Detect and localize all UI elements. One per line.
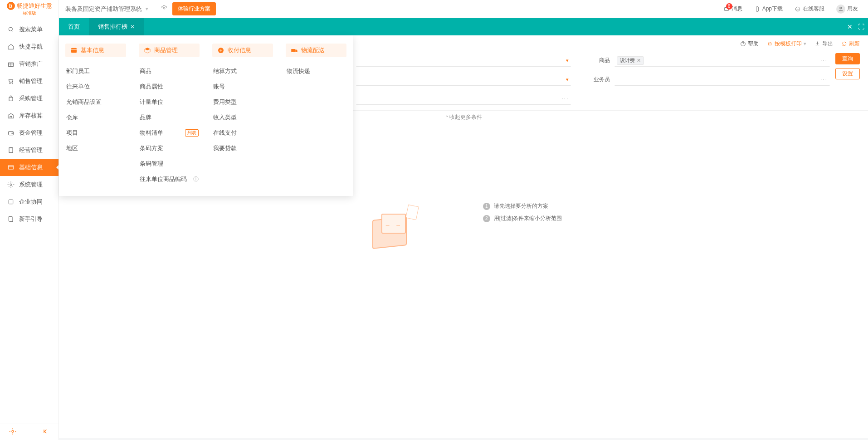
flyout-item-brand[interactable]: 品牌 (139, 110, 200, 125)
flyout-item-label: 我要贷款 (213, 144, 237, 152)
sidebar-item-label: 基础信息 (19, 163, 43, 171)
tab-home[interactable]: 首页 (59, 18, 89, 35)
flyout-item-label: 往来单位 (66, 83, 90, 91)
svg-point-14 (795, 7, 800, 11)
header-app-download[interactable]: App下载 (751, 5, 786, 13)
flyout-item-label: 费用类型 (213, 98, 237, 106)
filter-amount: 金额 ▾ (326, 53, 571, 68)
flyout-item-label: 商品属性 (140, 83, 163, 91)
flyout-item-barcode-plan[interactable]: 条码方案 (139, 141, 200, 156)
sidebar-item-marketing[interactable]: 营销推广 (0, 55, 59, 73)
flyout-item-onlinepay[interactable]: 在线支付 (212, 125, 273, 141)
close-icon[interactable]: ✕ (130, 24, 135, 30)
flyout-item-goods[interactable]: 商品 (139, 64, 200, 79)
system-select[interactable]: 装备及固定资产辅助管理系统 ▾ (65, 5, 156, 13)
flyout-item-dept[interactable]: 部门员工 (65, 64, 126, 79)
flyout-item-region[interactable]: 地区 (65, 141, 126, 156)
svg-point-2 (10, 83, 10, 84)
tab-label: 首页 (68, 23, 80, 31)
tag-remove-icon[interactable]: ✕ (637, 58, 641, 64)
flyout-item-barcode-mgmt[interactable]: 条码管理 (139, 156, 200, 171)
content: 帮助 按模板打印▾ 导出 刷新 金额 (59, 35, 868, 440)
sidebar-item-collab[interactable]: 企业协同 (0, 193, 59, 210)
settings-button[interactable]: 设置 (835, 68, 860, 79)
service-label: 在线客服 (803, 5, 824, 13)
sidebar-item-label: 新手引导 (19, 215, 43, 223)
tab-close-all-icon[interactable]: ✕ (847, 23, 853, 30)
sidebar-item-sales[interactable]: 销售管理 (0, 73, 59, 90)
gear-icon (7, 181, 15, 188)
sidebar-item-operation[interactable]: 经营管理 (0, 142, 59, 159)
flyout-heading-label: 收付信息 (228, 46, 251, 54)
print-link[interactable]: 按模板打印▾ (767, 40, 806, 48)
amount-select[interactable]: ▾ (356, 54, 571, 67)
flyout-item-bom[interactable]: 物料清单列表 (139, 125, 200, 141)
product-select[interactable]: 设计费✕ ··· (614, 54, 830, 67)
flyout-col-product: 商品管理 商品 商品属性 计量单位 品牌 物料清单列表 条码方案 条码管理 往来… (132, 44, 206, 187)
collapse-sidebar-icon[interactable] (42, 428, 49, 436)
flyout-item-settle[interactable]: 结算方式 (212, 64, 273, 79)
flyout-item-goodsattr[interactable]: 商品属性 (139, 79, 200, 94)
sidebar-item-inventory[interactable]: 库存核算 (0, 107, 59, 124)
help-link[interactable]: 帮助 (740, 40, 759, 48)
more-icon[interactable]: ··· (820, 57, 828, 64)
flyout-item-partner[interactable]: 往来单位 (65, 79, 126, 94)
salesman-select[interactable]: ··· (614, 73, 830, 86)
sidebar-item-label: 资金管理 (19, 129, 43, 137)
help-label: 帮助 (748, 40, 759, 48)
flyout-item-warehouse[interactable]: 仓库 (65, 110, 126, 125)
sidebar-item-basicinfo[interactable]: 基础信息 (0, 159, 59, 176)
sidebar-item-label: 系统管理 (19, 181, 43, 189)
sidebar-item-guide[interactable]: 新手引导 (0, 210, 59, 228)
flyout-item-label: 往来单位商品编码 (140, 175, 187, 183)
flyout-heading-label: 商品管理 (154, 46, 178, 54)
sidebar-item-quicknav[interactable]: 快捷导航 (0, 38, 59, 55)
flyout-item-expense[interactable]: 费用类型 (212, 94, 273, 110)
flyout-item-account[interactable]: 账号 (212, 79, 273, 94)
refresh-link[interactable]: 刷新 (841, 40, 860, 48)
tab-sales-rank[interactable]: 销售排行榜 ✕ (89, 18, 144, 35)
flyout-item-partner-code[interactable]: 往来单位商品编码ⓘ (139, 171, 200, 187)
flyout-item-express[interactable]: 物流快递 (286, 64, 346, 79)
export-link[interactable]: 导出 (814, 40, 833, 48)
query-button[interactable]: 查询 (835, 53, 860, 64)
experience-button[interactable]: 体验行业方案 (172, 2, 216, 15)
header-gear-icon[interactable] (161, 5, 168, 13)
svg-point-10 (12, 430, 14, 432)
home-icon (7, 43, 15, 50)
wallet-icon (7, 129, 15, 137)
settings-icon[interactable] (9, 428, 16, 436)
generic-select-2[interactable]: ··· (356, 92, 571, 105)
step-text: 用[过滤]条件来缩小分析范围 (494, 215, 562, 222)
flyout-heading-label: 基本信息 (81, 46, 104, 54)
header-messages[interactable]: 消息 6 (720, 5, 746, 13)
messages-label: 消息 (731, 5, 742, 13)
svg-point-11 (163, 7, 165, 9)
header-online-service[interactable]: 在线客服 (791, 5, 828, 13)
flyout-item-unit[interactable]: 计量单位 (139, 94, 200, 110)
flyout-item-label: 品牌 (140, 113, 151, 122)
empty-step-1: 1请先选择要分析的方案 (483, 202, 562, 210)
sidebar-item-system[interactable]: 系统管理 (0, 176, 59, 193)
sidebar-item-finance[interactable]: 资金管理 (0, 124, 59, 142)
product-tag[interactable]: 设计费✕ (617, 56, 644, 65)
card-icon (7, 164, 15, 171)
flyout-item-label: 项目 (66, 129, 78, 137)
generic-select[interactable]: ▾ (356, 73, 571, 86)
more-icon[interactable]: ··· (561, 95, 569, 102)
flyout-item-project[interactable]: 项目 (65, 125, 126, 141)
svg-point-5 (12, 133, 13, 134)
tabbar: 首页 销售排行榜 ✕ ✕ ⛶ (59, 18, 868, 35)
flyout-item-label: 结算方式 (213, 67, 237, 75)
sidebar-item-purchase[interactable]: 采购管理 (0, 90, 59, 107)
step-num-icon: 1 (483, 203, 490, 210)
sidebar-item-search[interactable]: 搜索菜单 (0, 21, 59, 38)
flyout-item-permit[interactable]: 允销商品设置 (65, 94, 126, 110)
header-user[interactable]: 用友 (833, 5, 862, 14)
fullscreen-icon[interactable]: ⛶ (858, 23, 864, 30)
flyout-heading: 商品管理 (139, 44, 200, 57)
flyout-item-income[interactable]: 收入类型 (212, 110, 273, 125)
more-icon[interactable]: ··· (820, 76, 828, 83)
main: 装备及固定资产辅助管理系统 ▾ 体验行业方案 消息 6 App下载 在线客服 用 (59, 0, 868, 440)
flyout-item-loan[interactable]: 我要贷款 (212, 141, 273, 156)
